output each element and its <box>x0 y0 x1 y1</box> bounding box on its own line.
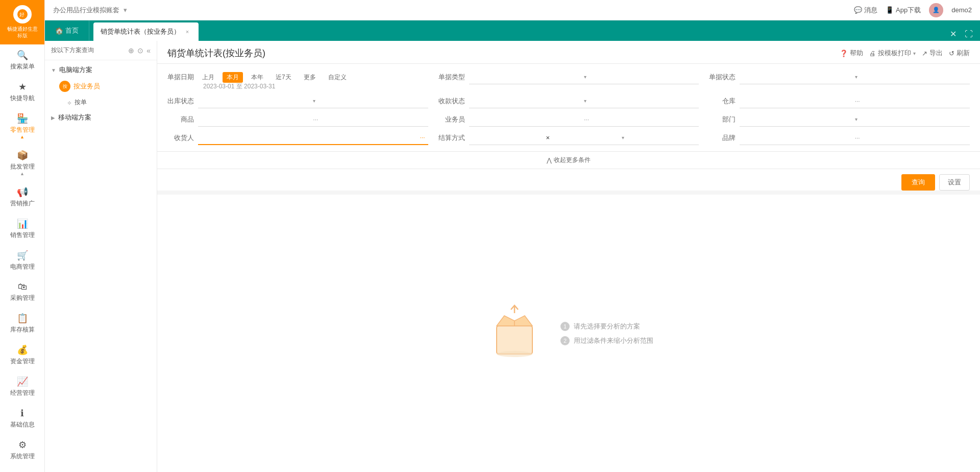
brand-select[interactable]: ··· <box>740 131 970 145</box>
user-avatar[interactable]: 👤 <box>929 3 943 17</box>
salesperson-select[interactable]: ··· <box>469 112 699 127</box>
date-tag-last-month[interactable]: 上月 <box>198 72 218 83</box>
hint-num-1: 1 <box>560 322 570 331</box>
tree-grandchild-order[interactable]: ⟡ 按单 <box>45 95 157 110</box>
salesperson-dots[interactable]: ··· <box>584 116 696 123</box>
doc-type-select[interactable]: ▾ <box>469 70 699 84</box>
user-name[interactable]: demo2 <box>951 6 972 14</box>
app-download-btn[interactable]: 📱 App下载 <box>886 6 921 15</box>
salesperson-filter-item: 业务员 ··· <box>438 112 699 127</box>
finance-icon: 💰 <box>17 344 28 356</box>
sidebar-item-wholesale[interactable]: 📦 批发管理 ▲ <box>0 145 45 181</box>
sidebar-item-quicknav[interactable]: ★ 快捷导航 <box>0 76 45 108</box>
left-panel-header: 按以下方案查询 ⊕ ⊙ « <box>45 41 157 60</box>
right-panel: 销货单统计表(按业务员) ❓ 帮助 🖨 按模板打印 ↗ 导出 <box>157 41 980 472</box>
sidebar-item-marketing[interactable]: 📢 营销推广 <box>0 181 45 213</box>
date-range-text: 2023-03-01 至 2023-03-31 <box>203 83 275 90</box>
date-tag-7days[interactable]: 近7天 <box>272 72 296 83</box>
doc-status-arrow[interactable]: ▾ <box>855 74 967 80</box>
hint-text-2: 用过滤条件来缩小分析范围 <box>574 336 653 345</box>
department-arrow[interactable]: ▾ <box>855 116 967 122</box>
message-btn[interactable]: 💬 消息 <box>854 6 877 15</box>
app-logo[interactable]: 好 畅捷通好生意 标版 <box>0 0 45 44</box>
date-tag-custom[interactable]: 自定义 <box>324 72 351 83</box>
print-btn[interactable]: 🖨 按模板打印 <box>869 49 916 58</box>
sidebar-item-purchase[interactable]: 🛍 采购管理 <box>0 276 45 308</box>
receipt-status-select[interactable]: ▾ <box>469 94 699 108</box>
maximize-window-icon[interactable]: ⛶ <box>963 28 975 41</box>
help-btn[interactable]: ❓ 帮助 <box>840 49 863 58</box>
refresh-btn[interactable]: ↺ 刷新 <box>949 49 970 58</box>
sidebar-item-basic[interactable]: ℹ 基础信息 <box>0 403 45 434</box>
sidebar-item-sales[interactable]: 📊 销售管理 <box>0 213 45 245</box>
app-subtitle: 标版 <box>17 32 28 39</box>
breadcrumb-arrow[interactable]: ▾ <box>124 6 127 14</box>
consignee-dots[interactable]: ··· <box>420 134 425 141</box>
consignee-input[interactable]: ··· <box>198 131 428 145</box>
add-scheme-btn[interactable]: ⊕ <box>128 46 134 55</box>
export-label: 导出 <box>929 49 943 58</box>
sidebar-item-enterprise[interactable]: 👥 企业协同 <box>0 466 45 472</box>
out-status-arrow[interactable]: ▾ <box>313 98 425 104</box>
sidebar-item-retail[interactable]: 🏪 零售管理 ▲ <box>0 108 45 145</box>
settlement-select[interactable]: × ▾ <box>469 131 699 145</box>
sidebar-item-operations[interactable]: 📈 经营管理 <box>0 371 45 403</box>
sidebar-item-system[interactable]: ⚙ 系统管理 <box>0 434 45 466</box>
tab-close-btn[interactable]: × <box>183 28 191 36</box>
brand-dots[interactable]: ··· <box>855 134 967 141</box>
info-icon: ℹ <box>20 408 24 419</box>
doc-status-select[interactable]: ▾ <box>740 70 970 84</box>
hint-num-2: 2 <box>560 336 570 345</box>
consignee-filter-item: 收货人 ··· <box>167 131 428 145</box>
collapse-bar: ⋀ 收起更多条件 <box>157 152 980 169</box>
sidebar-item-label: 营销推广 <box>10 199 35 208</box>
sidebar-item-search[interactable]: 🔍 搜索菜单 <box>0 44 45 76</box>
export-btn[interactable]: ↗ 导出 <box>922 49 943 58</box>
tree-section: ▼ 电脑端方案 按 按业务员 ⟡ 按单 ▶ 移动端方案 <box>45 60 157 127</box>
settings-button[interactable]: 设置 <box>939 174 970 191</box>
settings-scheme-btn[interactable]: ⊙ <box>137 46 143 55</box>
child-icon-text: 按 <box>63 83 67 90</box>
date-filter-area: 上月 本月 本年 近7天 更多 自定义 <box>198 72 418 83</box>
tree-parent-label-mobile: 移动端方案 <box>58 113 91 122</box>
date-tag-this-month[interactable]: 本月 <box>223 72 243 83</box>
tree-arrow-down: ▼ <box>51 67 56 73</box>
warehouse-label: 仓库 <box>709 97 740 106</box>
tree-parent-mobile[interactable]: ▶ 移动端方案 <box>45 110 157 125</box>
help-label: 帮助 <box>850 49 863 58</box>
logo-icon: 好 <box>13 5 32 23</box>
tab-home[interactable]: 🏠 首页 <box>45 20 89 41</box>
collapse-btn[interactable]: ⋀ 收起更多条件 <box>547 156 591 164</box>
empty-state: 1 请先选择要分析的方案 2 用过滤条件来缩小分析范围 <box>157 195 980 472</box>
tabbar: 🏠 首页 销货单统计表（按业务员） × ✕ ⛶ <box>45 20 980 41</box>
settlement-clear-btn[interactable]: × <box>546 134 620 141</box>
message-label: 消息 <box>864 6 877 15</box>
settlement-filter-item: 结算方式 × ▾ <box>438 131 699 145</box>
warehouse-select[interactable]: ··· <box>740 94 970 108</box>
receipt-status-arrow[interactable]: ▾ <box>584 98 696 104</box>
sidebar-item-inventory[interactable]: 📋 库存核算 <box>0 308 45 339</box>
settlement-arrow[interactable]: ▾ <box>622 135 696 140</box>
receipt-status-label: 收款状态 <box>438 97 469 106</box>
doc-status-filter-item: 单据状态 ▾ <box>709 70 970 84</box>
query-button[interactable]: 查询 <box>901 174 935 191</box>
product-dots[interactable]: ··· <box>313 116 425 123</box>
search-icon: 🔍 <box>17 50 28 61</box>
doc-type-arrow[interactable]: ▾ <box>584 74 696 80</box>
sidebar-item-finance[interactable]: 💰 资金管理 <box>0 339 45 371</box>
collapse-panel-btn[interactable]: « <box>146 46 151 55</box>
tree-parent-desktop[interactable]: ▼ 电脑端方案 <box>45 62 157 78</box>
tree-grandchild-label: 按单 <box>75 98 87 107</box>
date-tag-this-year[interactable]: 本年 <box>247 72 267 83</box>
warehouse-dots[interactable]: ··· <box>855 98 967 105</box>
tree-child-salesperson[interactable]: 按 按业务员 <box>45 78 157 95</box>
out-status-select[interactable]: ▾ <box>198 94 428 108</box>
product-select[interactable]: ··· <box>198 112 428 127</box>
department-select[interactable]: ▾ <box>740 112 970 127</box>
date-tag-more[interactable]: 更多 <box>300 72 320 83</box>
tab-home-label: 首页 <box>65 26 79 35</box>
tab-sales-stats[interactable]: 销货单统计表（按业务员） × <box>93 22 199 41</box>
close-window-icon[interactable]: ✕ <box>948 27 959 41</box>
sidebar-item-ecommerce[interactable]: 🛒 电商管理 <box>0 245 45 276</box>
filter-row-2: 出库状态 ▾ 收款状态 ▾ 仓库 <box>167 94 970 108</box>
